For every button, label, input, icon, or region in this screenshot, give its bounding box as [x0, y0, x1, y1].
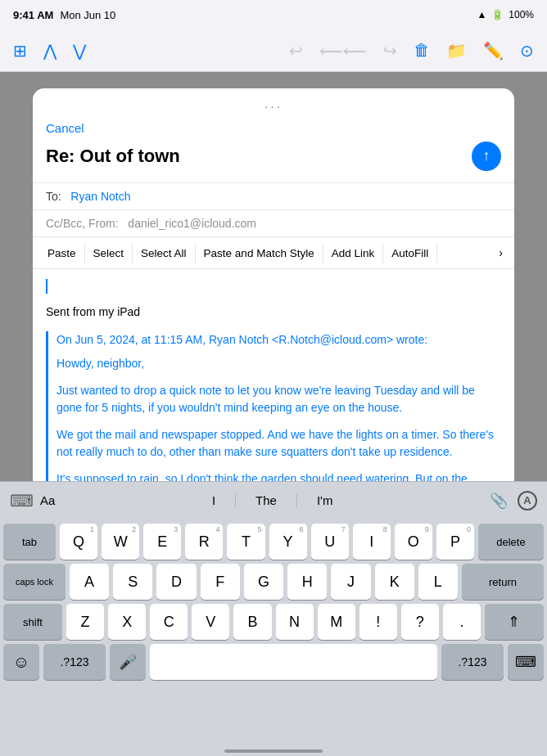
key-x[interactable]: X [108, 604, 146, 640]
forward-icon[interactable]: ↪ [380, 38, 400, 64]
keyboard-bottom-row: ☺ .?123 🎤 .?123 ⌨ [0, 644, 547, 686]
key-j[interactable]: J [331, 564, 370, 600]
key-q-hint: 1 [90, 526, 94, 533]
key-c[interactable]: C [150, 604, 188, 640]
more-icon[interactable]: ⊙ [517, 38, 537, 64]
key-y[interactable]: 6Y [269, 524, 307, 560]
sidebar-icon[interactable]: ⊞ [10, 38, 30, 64]
key-k[interactable]: K [375, 564, 414, 600]
folder-icon[interactable]: 📁 [443, 38, 470, 64]
key-g[interactable]: G [244, 564, 283, 600]
battery-icon: 🔋 [491, 9, 504, 20]
battery-percent: 100% [509, 9, 534, 20]
to-label: To: [46, 190, 61, 203]
paste-match-button[interactable]: Paste and Match Style [196, 243, 323, 263]
add-link-button[interactable]: Add Link [323, 243, 384, 263]
keyboard-row-1: tab 1Q 2W 3E 4R 5T 6Y 7U 8I [3, 524, 544, 560]
context-menu-more-arrow[interactable]: › [494, 242, 508, 263]
space-key[interactable] [150, 644, 437, 680]
autocorrect-bar: ⌨ Aa I The I'm 📎 A [0, 481, 547, 519]
compose-icon[interactable]: ✏️ [480, 38, 507, 64]
key-h[interactable]: H [287, 564, 327, 600]
to-name[interactable]: Ryan Notch [70, 190, 130, 203]
keyboard-settings-icon[interactable]: ⌨ [10, 491, 34, 511]
send-button[interactable]: ↑ [472, 142, 501, 171]
key-b[interactable]: B [233, 604, 271, 640]
key-w[interactable]: 2W [102, 524, 139, 560]
from-email: daniel_rico1@icloud.com [128, 217, 256, 230]
quote-header: On Jun 5, 2024, at 11:15 AM, Ryan Notch … [57, 331, 501, 349]
autocorrect-word-3[interactable]: I'm [296, 493, 353, 507]
aa-label[interactable]: Aa [40, 493, 55, 507]
text-cursor [46, 279, 47, 294]
paste-button[interactable]: Paste [39, 243, 85, 263]
key-d[interactable]: D [156, 564, 196, 600]
home-indicator [224, 749, 323, 753]
select-button[interactable]: Select [85, 243, 133, 263]
status-icons: ▲ 🔋 100% [477, 9, 534, 20]
return-key[interactable]: return [462, 564, 544, 600]
mic-key[interactable]: 🎤 [110, 644, 146, 680]
autocorrect-words: I The I'm [55, 493, 490, 507]
autocorrect-word-2[interactable]: The [235, 493, 296, 507]
key-period[interactable]: . [443, 604, 481, 640]
quote-paragraph-2: Just wanted to drop a quick note to let … [57, 382, 501, 416]
emoji-key[interactable]: ☺ [3, 644, 39, 680]
key-s[interactable]: S [113, 564, 152, 600]
email-to-row: To: Ryan Notch [33, 183, 514, 210]
key-o[interactable]: 9O [395, 524, 432, 560]
key-l[interactable]: L [418, 564, 458, 600]
key-u[interactable]: 7U [311, 524, 349, 560]
drag-handle: ··· [46, 100, 501, 115]
delete-key[interactable]: delete [478, 524, 544, 560]
key-question[interactable]: ? [401, 604, 439, 640]
email-cc-row: Cc/Bcc, From: daniel_rico1@icloud.com [33, 210, 514, 237]
next-message-icon[interactable]: ⋁ [70, 38, 89, 64]
autofill-button[interactable]: AutoFill [383, 243, 437, 263]
cancel-button[interactable]: Cancel [46, 121, 501, 135]
key-exclaim[interactable]: ! [359, 604, 397, 640]
wifi-icon: ▲ [477, 9, 486, 20]
key-p[interactable]: 0P [436, 524, 474, 560]
shift-right-key[interactable]: ⇑ [485, 604, 544, 640]
send-icon: ↑ [483, 147, 490, 164]
top-toolbar: ⊞ ⋀ ⋁ ↩ ⟵⟵ ↪ 🗑 📁 ✏️ ⊙ [0, 29, 547, 72]
status-bar: 9:41 AM Mon Jun 10 ▲ 🔋 100% [0, 0, 547, 29]
keyboard-dismiss-key[interactable]: ⌨ [508, 644, 544, 680]
keyboard-row-2: caps lock A S D F G H J K L return [3, 564, 544, 600]
quote-paragraph-1: Howdy, neighbor, [57, 355, 501, 372]
email-subject: Re: Out of town [46, 146, 180, 167]
num-left-key[interactable]: .?123 [43, 644, 106, 680]
trash-icon[interactable]: 🗑 [410, 38, 433, 63]
key-z[interactable]: Z [66, 604, 104, 640]
num-right-key[interactable]: .?123 [441, 644, 504, 680]
key-e[interactable]: 3E [143, 524, 181, 560]
prev-message-icon[interactable]: ⋀ [40, 38, 60, 64]
status-date: Mon Jun 10 [60, 9, 115, 21]
compose-panel: ··· Cancel Re: Out of town ↑ To: Ryan No… [33, 88, 514, 519]
keyboard: tab 1Q 2W 3E 4R 5T 6Y 7U 8I [0, 519, 547, 756]
key-m[interactable]: M [318, 604, 355, 640]
tab-key[interactable]: tab [3, 524, 56, 560]
autocorrect-word-1[interactable]: I [192, 493, 235, 507]
key-v[interactable]: V [192, 604, 229, 640]
key-r[interactable]: 4R [185, 524, 223, 560]
cc-label: Cc/Bcc, From: [46, 217, 119, 230]
reply-all-icon[interactable]: ⟵⟵ [316, 38, 370, 64]
key-n[interactable]: N [276, 604, 314, 640]
key-f[interactable]: F [201, 564, 240, 600]
keyboard-row-3: shift Z X C V B N M ! ? . ⇑ [3, 604, 544, 640]
quote-paragraph-3: We got the mail and newspaper stopped. A… [57, 426, 501, 461]
caps-lock-key[interactable]: caps lock [3, 564, 66, 600]
select-all-button[interactable]: Select All [133, 243, 196, 263]
drag-dots: ··· [264, 100, 283, 115]
attachment-icon[interactable]: 📎 [490, 492, 508, 510]
key-t[interactable]: 5T [227, 524, 264, 560]
dictation-a-icon[interactable]: A [518, 491, 537, 511]
context-menu: Paste Select Select All Paste and Match … [33, 237, 514, 269]
reply-icon[interactable]: ↩ [286, 38, 306, 64]
key-i[interactable]: 8I [353, 524, 391, 560]
shift-left-key[interactable]: shift [3, 604, 62, 640]
key-q[interactable]: 1Q [60, 524, 97, 560]
key-a[interactable]: A [70, 564, 109, 600]
